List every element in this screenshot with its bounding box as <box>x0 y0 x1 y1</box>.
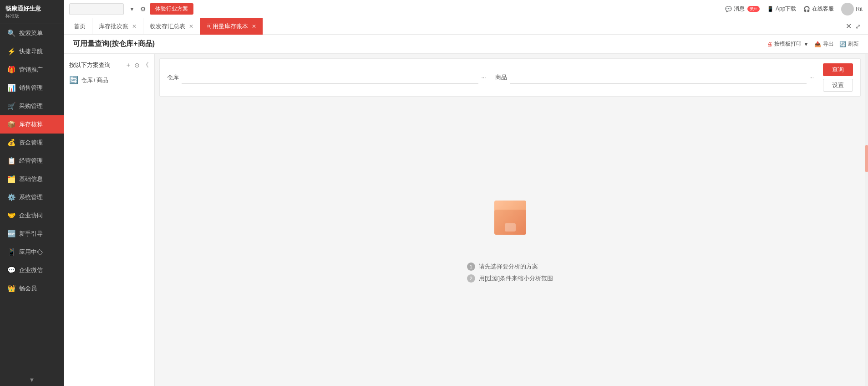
tab-batch-ledger-close[interactable]: ✕ <box>132 23 137 30</box>
tab-batch-ledger-label: 库存批次账 <box>99 22 128 31</box>
sidebar-item-label: 系统管理 <box>19 193 43 201</box>
setting-button[interactable]: 设置 <box>823 79 853 92</box>
sidebar-item-label: 基础信息 <box>19 175 43 183</box>
empty-illustration <box>483 201 538 255</box>
chat-icon: 💬 <box>7 266 15 274</box>
trial-btn[interactable]: 体验行业方案 <box>150 3 193 15</box>
print-dropdown-icon[interactable]: ▼ <box>803 41 809 47</box>
app-download-btn[interactable]: 📱 App下载 <box>767 5 796 13</box>
gift-icon: 🎁 <box>7 66 15 74</box>
sidebar-item-label: 新手引导 <box>19 230 43 238</box>
page-title: 可用量查询(按仓库+商品) <box>73 39 155 49</box>
dropdown-arrow-btn[interactable]: ▼ <box>127 5 137 13</box>
tabs-close-all-btn[interactable]: ✕ <box>846 22 852 31</box>
tab-stock-summary-close[interactable]: ✕ <box>189 23 193 30</box>
sidebar-item-shortcut[interactable]: ⚡ 快捷导航 <box>0 42 64 61</box>
sidebar-item-app-center[interactable]: 📱 应用中心 <box>0 243 64 261</box>
topbar-gear-btn[interactable]: ⚙ <box>140 5 146 13</box>
app-download-label: App下载 <box>776 5 796 13</box>
tab-available-ledger-label: 可用量库存账本 <box>207 22 248 31</box>
side-scrollbar[interactable] <box>865 54 868 386</box>
content-area: 按以下方案查询 ＋ ⊙ 《 🔄 仓库+商品 仓库 ··· <box>64 54 868 386</box>
filter-add-btn[interactable]: ＋ <box>125 61 132 69</box>
filter-item-warehouse-goods[interactable]: 🔄 仓库+商品 <box>64 72 154 88</box>
online-service-btn[interactable]: 🎧 在线客服 <box>803 5 834 13</box>
sidebar-item-label: 库存核算 <box>19 120 43 129</box>
goods-input[interactable] <box>510 71 807 84</box>
sidebar-item-finance[interactable]: 💰 资金管理 <box>0 134 64 152</box>
message-btn[interactable]: 💬 消息 99+ <box>725 5 760 13</box>
box-face <box>505 223 516 232</box>
warehouse-input[interactable] <box>182 71 478 84</box>
sidebar-item-inventory[interactable]: 📦 库存核算 <box>0 115 64 134</box>
tabs-expand-btn[interactable]: ⤢ <box>855 23 861 30</box>
filter-settings-btn[interactable]: ⊙ <box>134 62 140 69</box>
sidebar-item-label: 资金管理 <box>19 139 43 147</box>
warehouse-more-icon[interactable]: ··· <box>481 74 486 81</box>
hint1-text: 请先选择要分析的方案 <box>479 262 538 271</box>
sidebar-item-label: 营销推广 <box>19 66 43 74</box>
sidebar-item-basic[interactable]: 🗂️ 基础信息 <box>0 170 64 188</box>
tab-available-ledger-close[interactable]: ✕ <box>252 23 256 30</box>
main-area: ▼ ⚙ 体验行业方案 💬 消息 99+ 📱 App下载 🎧 在线客服 Rit <box>64 0 868 386</box>
warehouse-label: 仓库 <box>167 73 179 82</box>
app-version: 标准版 <box>5 13 58 19</box>
sidebar-item-search[interactable]: 🔍 搜索菜单 <box>0 24 64 42</box>
filter-header-actions: ＋ ⊙ 《 <box>125 61 149 69</box>
sidebar-item-marketing[interactable]: 🎁 营销推广 <box>0 61 64 79</box>
tab-available-ledger[interactable]: 可用量库存账本 ✕ <box>200 18 263 35</box>
tab-stock-summary[interactable]: 收发存汇总表 ✕ <box>143 18 200 35</box>
hint1-number: 1 <box>467 262 475 271</box>
empty-state: 1 请先选择要分析的方案 2 用[过滤]条件来缩小分析范围 <box>159 101 861 381</box>
sidebar-item-label: 企业微信 <box>19 266 43 274</box>
message-icon: 💬 <box>725 6 732 12</box>
tab-home[interactable]: 首页 <box>67 18 92 35</box>
box-svg <box>490 201 531 237</box>
box-top <box>494 201 526 211</box>
sidebar-item-purchase[interactable]: 🛒 采购管理 <box>0 97 64 115</box>
tab-batch-ledger[interactable]: 库存批次账 ✕ <box>92 18 143 35</box>
sidebar-item-system[interactable]: ⚙️ 系统管理 <box>0 188 64 206</box>
filter-item-label: 仓库+商品 <box>81 76 108 84</box>
query-button[interactable]: 查询 <box>823 63 853 76</box>
headset-icon: 🎧 <box>803 6 810 12</box>
export-btn[interactable]: 📤 导出 <box>814 40 834 48</box>
avatar <box>841 3 854 15</box>
sidebar-item-label: 搜索菜单 <box>19 29 43 37</box>
export-btn-label: 导出 <box>823 40 834 48</box>
folder-icon: 🗂️ <box>7 175 15 183</box>
search-input[interactable] <box>69 3 124 15</box>
sidebar-item-label: 采购管理 <box>19 102 43 110</box>
refresh-btn-label: 刷新 <box>848 40 859 48</box>
sidebar-item-label: 快捷导航 <box>19 47 43 56</box>
sidebar-item-newbie[interactable]: 🆕 新手引导 <box>0 225 64 243</box>
filter-collapse-btn[interactable]: 《 <box>142 61 149 69</box>
print-icon: 🖨 <box>767 41 772 47</box>
sidebar-item-sales[interactable]: 📊 销售管理 <box>0 79 64 97</box>
goods-more-icon[interactable]: ··· <box>809 74 814 81</box>
sidebar-item-member[interactable]: 👑 畅会员 <box>0 279 64 298</box>
sidebar-scroll-down[interactable]: ▼ <box>0 374 64 386</box>
warehouse-field-group: 仓库 ··· <box>167 71 486 84</box>
money-icon: 💰 <box>7 139 15 147</box>
query-btn-group: 查询 设置 <box>823 63 853 92</box>
sidebar-item-wechat[interactable]: 💬 企业微信 <box>0 261 64 279</box>
empty-hint-1: 1 请先选择要分析的方案 <box>467 262 553 271</box>
box-icon: 📦 <box>7 120 15 129</box>
sidebar: 畅康通好生意 标准版 🔍 搜索菜单 ⚡ 快捷导航 🎁 营销推广 📊 销售管理 🛒… <box>0 0 64 386</box>
user-avatar-area[interactable]: Rit <box>841 3 863 15</box>
hint2-text: 用[过滤]条件来缩小分析范围 <box>479 274 553 283</box>
print-btn[interactable]: 🖨 按模板打印 ▼ <box>767 40 809 48</box>
sidebar-item-enterprise[interactable]: 🤝 企业协同 <box>0 206 64 225</box>
page-header: 可用量查询(按仓库+商品) 🖨 按模板打印 ▼ 📤 导出 🔄 刷新 <box>64 35 868 54</box>
topbar: ▼ ⚙ 体验行业方案 💬 消息 99+ 📱 App下载 🎧 在线客服 Rit <box>64 0 868 18</box>
filter-title: 按以下方案查询 <box>69 61 111 69</box>
box-body <box>494 210 526 235</box>
empty-hints: 1 请先选择要分析的方案 2 用[过滤]条件来缩小分析范围 <box>467 262 553 283</box>
refresh-btn[interactable]: 🔄 刷新 <box>839 40 859 48</box>
scrollbar-thumb[interactable] <box>865 145 868 172</box>
tabs-actions: ✕ ⤢ <box>842 22 864 31</box>
sidebar-item-operations[interactable]: 📋 经营管理 <box>0 152 64 170</box>
goods-field-group: 商品 ··· <box>495 71 814 84</box>
filter-panel: 按以下方案查询 ＋ ⊙ 《 🔄 仓库+商品 <box>64 54 155 386</box>
